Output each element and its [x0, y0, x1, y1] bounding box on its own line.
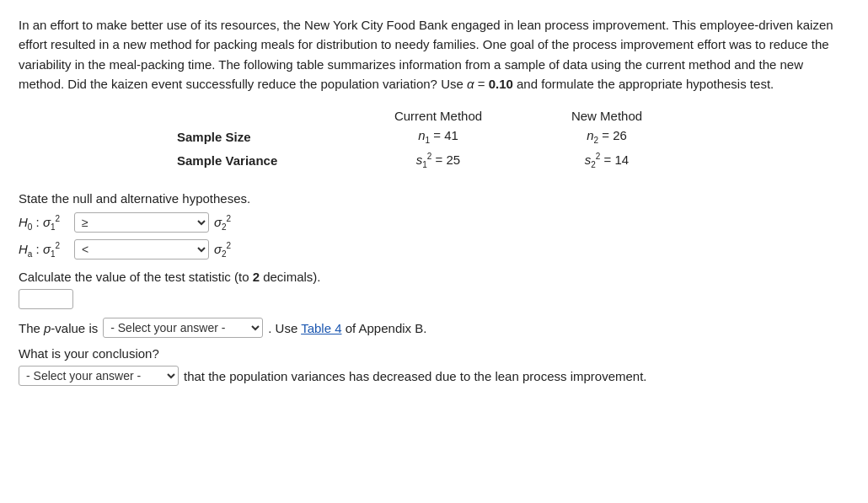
ha-select[interactable]: < ≤ = > ≥ ≠ [74, 239, 209, 260]
h0-sigma: σ22 [214, 214, 231, 232]
pvalue-prefix: The p-value is [19, 321, 98, 335]
calculate-section: Calculate the value of the test statisti… [19, 270, 849, 309]
ha-row: Ha : σ12 < ≤ = > ≥ ≠ σ22 [19, 239, 849, 260]
col2-header: New Method [522, 109, 691, 123]
table4-link[interactable]: Table 4 [301, 321, 341, 335]
sample-variance-row: Sample Variance s12 = 25 s22 = 14 [177, 152, 691, 169]
test-statistic-input[interactable] [19, 289, 73, 309]
calculate-label: Calculate the value of the test statisti… [19, 270, 849, 284]
pvalue-select[interactable]: - Select your answer - less than .005 be… [103, 318, 263, 338]
conclusion-select[interactable]: - Select your answer - Reject H₀ Do not … [19, 366, 179, 386]
sample-size-row: Sample Size n1 = 41 n2 = 26 [177, 128, 691, 145]
pvalue-row: The p-value is - Select your answer - le… [19, 318, 849, 338]
n1-value: n1 = 41 [354, 128, 522, 145]
data-table: Current Method New Method Sample Size n1… [19, 109, 849, 176]
col1-header: Current Method [354, 109, 522, 123]
pvalue-suffix: . Use Table 4 of Appendix B. [268, 321, 426, 335]
conclusion-section: What is your conclusion? - Select your a… [19, 346, 849, 386]
h0-label: H0 : σ12 [19, 214, 69, 232]
conclusion-row: - Select your answer - Reject H₀ Do not … [19, 366, 849, 386]
s2-value: s22 = 14 [522, 152, 691, 169]
s1-value: s12 = 25 [354, 152, 522, 169]
passage-text: In an effort to make better use of its r… [19, 15, 849, 94]
h0-row: H0 : σ12 ≥ ≤ = < > ≠ σ22 [19, 212, 849, 233]
n2-value: n2 = 26 [522, 128, 691, 145]
hypothesis-section: State the null and alternative hypothese… [19, 191, 849, 260]
h0-select[interactable]: ≥ ≤ = < > ≠ [74, 212, 209, 233]
conclusion-suffix: that the population variances has decrea… [184, 369, 647, 383]
state-hypotheses-label: State the null and alternative hypothese… [19, 191, 849, 206]
ha-sigma: σ22 [214, 241, 231, 259]
conclusion-question: What is your conclusion? [19, 346, 849, 361]
sample-size-label: Sample Size [177, 130, 354, 144]
sample-variance-label: Sample Variance [177, 153, 354, 168]
ha-label: Ha : σ12 [19, 241, 69, 259]
